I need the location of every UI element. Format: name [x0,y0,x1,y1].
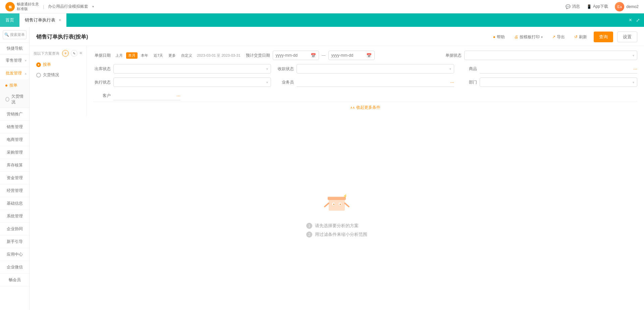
empty-illustration: ⚡ [323,189,350,216]
subitem-order-label: 按单 [9,83,17,88]
sidebar-item-basic[interactable]: 基础信息 [0,197,29,210]
dept-select[interactable]: ▾ [480,78,637,87]
sidebar-item-retail[interactable]: 零售管理 ▾ [0,54,29,67]
filter-row-3: 执行状态 ▾ 业务员 ··· [93,78,637,87]
salesperson-group: 业务员 ··· [276,78,454,87]
expected-date-start[interactable]: 📅 [273,51,319,60]
add-scheme-btn[interactable]: + [62,50,69,57]
ship-status-label: 出库状态 [93,66,111,72]
sidebar-item-inventory[interactable]: 库存核算 [0,159,29,172]
edit-scheme-btn[interactable]: ✎ [71,50,77,57]
date-shortcuts: 上月 本月 本年 近7天 更多 自定义 2023-03-01 至 2023-03… [113,52,240,59]
date-separator: — [322,53,326,58]
app-download-action[interactable]: 📱 App下载 [587,4,608,9]
user-area[interactable]: Ea demo2 [615,2,639,11]
sidebar-item-retail-label: 零售管理 [3,58,25,63]
filter-row-4: 客户 ··· [93,91,637,100]
query-btn[interactable]: 查询 [594,32,613,42]
sidebar-item-inventory-label: 库存核算 [3,162,26,168]
message-action[interactable]: 💬 消息 [566,4,580,9]
sidebar-quick-nav[interactable]: 快捷导航 [0,43,29,54]
shortcut-this-year[interactable]: 本年 [139,52,150,59]
logo-icon: 畅 [5,2,15,11]
sidebar-item-finance-label: 资金管理 [3,175,26,181]
collapse-left-btn[interactable]: « [79,50,82,57]
header-right: 💬 消息 📱 App下载 Ea demo2 [566,2,639,11]
template-print-btn[interactable]: 🖨 按模板打印 ▾ [512,33,545,41]
goods-label: 商品 [460,66,477,72]
expected-date-end-input[interactable] [331,53,365,58]
tab-active[interactable]: 销售订单执行表 × [19,13,66,27]
sidebar-item-marketing[interactable]: 营销推广 [0,108,29,121]
logo-area: 畅 畅捷通好生意 标准版 [5,2,39,11]
collapse-more-btn[interactable]: ∧∧ 收起更多条件 [93,102,637,112]
sidebar-item-wholesale[interactable]: 批发管理 ▴ [0,67,29,80]
refresh-btn[interactable]: ↺ 刷新 [572,33,590,41]
ship-status-select[interactable]: ▾ [113,64,271,73]
filter-subitem-order[interactable]: ● 按单 [30,59,86,70]
sidebar: 🔍 搜索菜单 快捷导航 零售管理 ▾ 批发管理 ▴ 按单 欠货情况 [0,27,30,310]
shortcut-7days[interactable]: 近7天 [152,52,165,59]
sidebar-item-appcenter[interactable]: 应用中心 [0,248,29,261]
calendar-end-icon[interactable]: 📅 [366,53,372,58]
sidebar-item-system[interactable]: 系统管理 [0,210,29,223]
sidebar-item-sales-label: 销售管理 [3,124,26,130]
sidebar-item-sales[interactable]: 销售管理 [0,121,29,134]
shortcut-custom[interactable]: 自定义 [179,52,194,59]
customer-label: 客户 [93,93,111,99]
sidebar-subitem-order[interactable]: 按单 [0,80,29,91]
empty-tip-2: 2 用过滤条件来缩小分析范围 [306,231,367,238]
expected-date-end[interactable]: 📅 [328,51,375,60]
customer-group: 客户 ··· [93,91,194,100]
search-menu-button[interactable]: 🔍 搜索菜单 [3,30,26,39]
sidebar-item-marketing-label: 营销推广 [3,111,26,117]
expected-date-start-input[interactable] [276,53,309,58]
sidebar-item-vip[interactable]: 畅会员 [0,274,29,287]
status-select-arrow: ▾ [633,54,634,57]
calendar-start-icon[interactable]: 📅 [311,53,316,58]
sidebar-item-newbie[interactable]: 新手引导 [0,236,29,248]
sidebar-item-operations[interactable]: 经营管理 [0,185,29,197]
ship-status-group: 出库状态 ▾ [93,64,271,73]
sidebar-submenu-wholesale: 按单 欠货情况 [0,80,29,108]
exec-status-select[interactable]: ▾ [113,78,271,87]
sidebar-item-collab[interactable]: 企业协同 [0,223,29,236]
collect-status-select[interactable]: ▾ [297,64,454,73]
export-icon: ↗ [552,35,555,39]
shortcut-last-month[interactable]: 上月 [113,52,125,59]
shortcut-more[interactable]: 更多 [166,52,178,59]
tab-close-icon[interactable]: × [59,18,61,22]
sidebar-subitem-shortage[interactable]: 欠货情况 [0,91,29,108]
sidebar-item-collab-label: 企业协同 [3,226,26,232]
date-filter-group: 单据日期 上月 本月 本年 近7天 更多 自定义 2023-03-01 至 20… [93,52,240,59]
subitem-circle-shortage [5,97,9,102]
nav-tabs: 首页 销售订单执行表 × × ⤢ [0,13,644,27]
sidebar-item-newbie-label: 新手引导 [3,239,26,245]
svg-text:⚡: ⚡ [343,194,347,198]
tab-home[interactable]: 首页 [0,13,19,27]
salesperson-more-btn[interactable]: ··· [450,80,454,85]
shortcut-this-month[interactable]: 本月 [126,52,138,59]
date-range-text: 2023-03-01 至 2023-03-31 [197,53,240,58]
customer-more-btn[interactable]: ··· [176,93,180,98]
window-maximize-btn[interactable]: ⤢ [636,17,640,23]
filter-subitem-shortage[interactable]: 欠货情况 [30,70,86,80]
settings-btn[interactable]: 设置 [617,32,637,42]
help-icon: ● [493,35,495,39]
export-btn[interactable]: ↗ 导出 [549,33,568,41]
filter-subitem-shortage-label: 欠货情况 [43,72,59,78]
status-select[interactable]: ▾ [464,51,637,60]
sidebar-item-basic-label: 基础信息 [3,201,26,206]
goods-more-btn[interactable]: ··· [633,66,637,71]
tip-number-2: 2 [306,231,312,238]
print-icon: 🖨 [514,35,518,39]
breadcrumb-dropdown-icon[interactable]: ▾ [92,5,94,8]
empty-tip-1: 1 请先选择要分析的方案 [306,223,367,229]
sidebar-item-wechat[interactable]: 企业微信 [0,261,29,274]
sidebar-item-finance[interactable]: 资金管理 [0,172,29,185]
window-close-btn[interactable]: × [629,17,632,23]
sidebar-item-purchase[interactable]: 采购管理 [0,146,29,159]
template-print-arrow: ▾ [541,35,543,39]
sidebar-item-ecommerce[interactable]: 电商管理 [0,134,29,146]
help-btn[interactable]: ● 帮助 [490,33,507,41]
